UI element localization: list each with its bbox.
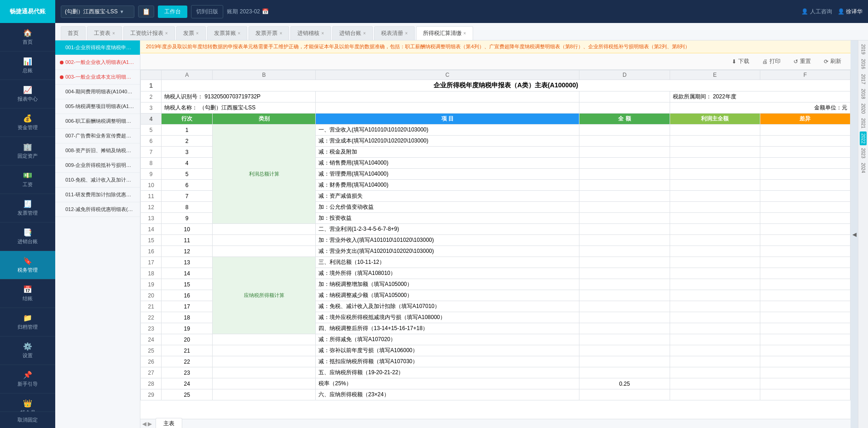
cell-c[interactable]: 四、纳税调整后所得（13-14+15-16-17+18） — [315, 323, 579, 334]
tab-invoice[interactable]: 发票 × — [176, 26, 206, 40]
cell-d[interactable] — [579, 345, 670, 356]
cell-f[interactable] — [760, 147, 850, 158]
table-row[interactable]: 5 1 利润总额计算 一、营业收入(填写A101010\101020\10300… — [141, 125, 851, 136]
cell-d[interactable] — [579, 257, 670, 268]
cell-f[interactable] — [760, 180, 850, 191]
cell-f[interactable] — [760, 345, 850, 356]
cell-e[interactable] — [670, 334, 760, 345]
cell-a[interactable]: 19 — [162, 323, 213, 334]
cell-e[interactable] — [670, 180, 760, 191]
cell-e[interactable] — [670, 356, 760, 367]
cell-e[interactable] — [670, 323, 760, 334]
tab-invoice-calc-close[interactable]: × — [238, 31, 241, 36]
cell-c[interactable]: 加：投资收益 — [315, 213, 579, 224]
cell-f[interactable] — [760, 202, 850, 213]
cell-d[interactable] — [579, 323, 670, 334]
cell-a[interactable]: 7 — [162, 191, 213, 202]
cell-e[interactable] — [670, 279, 760, 290]
tab-sales-check-close[interactable]: × — [321, 31, 324, 36]
collapse-panel-button[interactable]: ◀ — [851, 40, 858, 428]
cell-e[interactable] — [670, 389, 760, 400]
cell-e[interactable] — [670, 158, 760, 169]
cell-c[interactable]: 六、应纳所得税额（23×24） — [315, 389, 579, 400]
tab-sales-ledger[interactable]: 进销台账 × — [332, 26, 373, 40]
cell-a[interactable]: 21 — [162, 345, 213, 356]
cell-e[interactable] — [670, 378, 760, 389]
tab-sales-ledger-close[interactable]: × — [363, 31, 366, 36]
cell-f[interactable] — [760, 213, 850, 224]
cell-f[interactable] — [760, 323, 850, 334]
h-scroll-bar[interactable]: ◀ ▶ 主表 — [140, 419, 851, 428]
sidebar-item-guide[interactable]: 📌 新手引导 — [0, 365, 55, 394]
cell-f[interactable] — [760, 191, 850, 202]
cell-e[interactable] — [670, 257, 760, 268]
cell-a[interactable]: 22 — [162, 356, 213, 367]
spreadsheet-container[interactable]: A B C D E F 1 企业所 — [140, 70, 851, 419]
cell-e[interactable] — [670, 125, 760, 136]
cell-a[interactable]: 10 — [162, 224, 213, 235]
form-item-007[interactable]: 007-广告费和业务宣传费超… — [55, 129, 140, 143]
cell-c[interactable]: 减：免税、减计收入及加计扣除（填写A107010） — [315, 301, 579, 312]
tab-invoice-open-close[interactable]: × — [279, 31, 282, 36]
cell-e[interactable] — [670, 224, 760, 235]
cell-e[interactable] — [670, 345, 760, 356]
cell-e[interactable] — [670, 235, 760, 246]
sidebar-item-close[interactable]: 📅 结账 — [0, 280, 55, 308]
cell-c[interactable]: 三、利润总额（10-11-12） — [315, 257, 579, 268]
cell-e[interactable] — [670, 268, 760, 279]
table-row[interactable]: 28 24 税率（25%） 0.25 — [141, 378, 851, 389]
table-row[interactable]: 14 10 二、营业利润(1-2-3-4-5-6-7-8+9) — [141, 224, 851, 235]
table-row[interactable]: 24 20 减：所得减免（填写A107020） — [141, 334, 851, 345]
table-row[interactable]: 26 22 减：抵扣应纳税所得额（填写A107030） — [141, 356, 851, 367]
cell-d[interactable] — [579, 136, 670, 147]
tab-invoice-calc[interactable]: 发票算账 × — [207, 26, 248, 40]
tab-tax-clear[interactable]: 税表清册 × — [374, 26, 415, 40]
cell-c[interactable]: 减：弥补以前年度亏损（填写A106000） — [315, 345, 579, 356]
print-button[interactable]: 🖨 打印 — [758, 56, 784, 67]
sidebar-item-reports[interactable]: 📈 报表中心 — [0, 80, 55, 108]
cell-a[interactable]: 5 — [162, 169, 213, 180]
refresh-button[interactable]: ⟳ 刷新 — [820, 56, 845, 67]
year-2022[interactable]: 2022 — [860, 131, 867, 145]
table-row[interactable]: 15 11 加：营业外收入(填写A101010\101020\103000) — [141, 235, 851, 246]
cell-c[interactable]: 一、营业收入(填写A101010\101020\103000) — [315, 125, 579, 136]
cell-d[interactable] — [579, 246, 670, 257]
cell-f[interactable] — [760, 246, 850, 257]
cell-c[interactable]: 减：营业外支出(填写A102010\102020\103000) — [315, 246, 579, 257]
year-2018[interactable]: 2018 — [860, 87, 867, 101]
cell-a[interactable]: 20 — [162, 334, 213, 345]
tab-payroll-stats[interactable]: 工资统计报表 × — [123, 26, 175, 40]
form-item-001[interactable]: 001-企业所得税年度纳税申… — [55, 40, 140, 55]
cell-e[interactable] — [670, 290, 760, 301]
cell-e[interactable] — [670, 136, 760, 147]
cell-d[interactable] — [579, 147, 670, 158]
cell-c[interactable]: 减：财务费用(填写A104000) — [315, 180, 579, 191]
cell-a[interactable]: 18 — [162, 312, 213, 323]
cell-a[interactable]: 12 — [162, 246, 213, 257]
cell-f[interactable] — [760, 169, 850, 180]
cell-f[interactable] — [760, 312, 850, 323]
cell-d[interactable] — [579, 367, 670, 378]
cell-d[interactable] — [579, 279, 670, 290]
form-item-008[interactable]: 008-资产折旧、摊销及纳税… — [55, 143, 140, 158]
year-2021[interactable]: 2021 — [860, 116, 867, 130]
cell-f[interactable] — [760, 136, 850, 147]
form-item-010[interactable]: 010-免税、减计收入及加计… — [55, 173, 140, 188]
company-selector[interactable]: (勾删）江西服宝-LSS ▼ — [61, 6, 134, 18]
cell-d[interactable] — [579, 169, 670, 180]
sidebar-item-ledger[interactable]: 📊 总账 — [0, 51, 55, 80]
table-row[interactable]: 27 23 五、应纳税所得额（19-20-21-22） — [141, 367, 851, 378]
cell-e[interactable] — [670, 202, 760, 213]
cell-c[interactable]: 税率（25%） — [315, 378, 579, 389]
cell-c[interactable]: 二、营业利润(1-2-3-4-5-6-7-8+9) — [315, 224, 579, 235]
year-2019[interactable]: 2019 — [860, 42, 867, 56]
cell-e[interactable] — [670, 169, 760, 180]
cell-d[interactable] — [579, 125, 670, 136]
form-item-002[interactable]: 002-一般企业收入明细表(A1… — [55, 55, 140, 70]
cell-c[interactable]: 减：所得减免（填写A107020） — [315, 334, 579, 345]
cell-d[interactable] — [579, 389, 670, 400]
cell-f[interactable] — [760, 290, 850, 301]
cell-f[interactable] — [760, 257, 850, 268]
cell-d[interactable] — [579, 213, 670, 224]
print-icon-button[interactable]: 📋 — [138, 6, 154, 17]
